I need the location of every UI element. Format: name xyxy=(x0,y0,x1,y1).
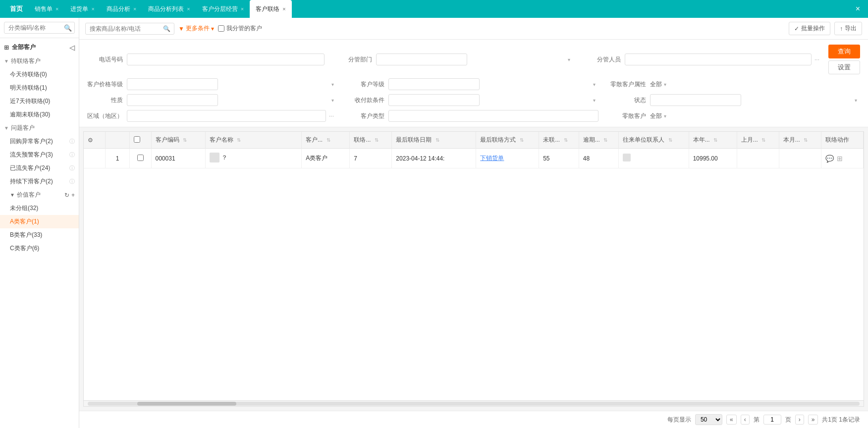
sidebar-item-churn-warning[interactable]: 流失预警客户(3) ⓘ xyxy=(0,148,79,161)
sidebar-item-overdue[interactable]: 逾期未联络(30) xyxy=(0,108,79,121)
sidebar-item-tomorrow[interactable]: 明天待联络(1) xyxy=(0,81,79,95)
region-more-icon[interactable]: ··· xyxy=(326,110,337,121)
col-header-year[interactable]: 本年... ⇅ xyxy=(689,132,737,149)
tab-sales[interactable]: 销售单 × xyxy=(29,0,64,18)
page-number-input[interactable] xyxy=(763,415,781,425)
tab-purchase[interactable]: 进货单 × xyxy=(64,0,100,18)
horizontal-scrollbar[interactable] xyxy=(84,400,864,406)
filter-search-input[interactable] xyxy=(85,23,174,35)
sidebar-item-class-c[interactable]: C类客户(6) xyxy=(0,242,79,255)
filter-input-staff[interactable] xyxy=(625,54,812,65)
filter-search-wrapper: 🔍 xyxy=(85,23,174,35)
sidebar-item-class-a[interactable]: A类客户(1) xyxy=(0,215,79,228)
info-abnormal-icon: ⓘ xyxy=(69,138,75,145)
row-uncontacted-cell: 55 xyxy=(539,149,579,168)
filter-more-chevron-icon: ▾ xyxy=(211,25,214,32)
my-customers-checkbox[interactable] xyxy=(218,25,224,32)
next-page-button[interactable]: › xyxy=(795,415,804,425)
col-header-last-method[interactable]: 最后联络方式 ⇅ xyxy=(476,132,539,149)
col-header-gear[interactable]: ⚙ xyxy=(84,132,106,149)
filter-my-customers[interactable]: 我分管的客户 xyxy=(218,24,262,33)
sidebar-section-pending[interactable]: ▼ 待联络客户 xyxy=(0,54,79,68)
select-all-checkbox[interactable] xyxy=(134,136,140,143)
filter-input-payment[interactable] xyxy=(388,94,480,106)
value-add-icon[interactable]: + xyxy=(71,192,75,199)
per-page-select[interactable]: 50 20 100 xyxy=(695,414,722,425)
row-link-icon[interactable]: ⊞ xyxy=(837,155,843,162)
page-label: 第 xyxy=(754,416,760,424)
sidebar-item-unclassified[interactable]: 未分组(32) xyxy=(0,202,79,215)
filter-input-price-level[interactable] xyxy=(127,78,218,90)
table-scroll[interactable]: ⚙ 客户编码 ⇅ 客户名称 xyxy=(84,132,864,400)
settings-button[interactable]: 设置 xyxy=(828,60,860,74)
search-button[interactable]: 查询 xyxy=(828,45,860,58)
tab-analysis-list[interactable]: 商品分析列表 × xyxy=(142,0,196,18)
filter-input-department[interactable] xyxy=(376,54,467,65)
last-method-link[interactable]: 下销货单 xyxy=(480,155,504,161)
row-message-icon[interactable]: 💬 xyxy=(825,155,834,162)
col-header-this-month[interactable]: 本月... ⇅ xyxy=(779,132,821,149)
tab-customer-tier[interactable]: 客户分层经营 × xyxy=(196,0,250,18)
filter-field-customer-level: 客户等级 ▾ xyxy=(349,78,598,90)
app-close-button[interactable]: × xyxy=(852,2,864,15)
row-method-cell[interactable]: 下销货单 xyxy=(476,149,539,168)
filter-input-status[interactable] xyxy=(650,94,741,106)
info-churn-icon: ⓘ xyxy=(69,151,75,159)
close-customer-contact-icon[interactable]: × xyxy=(282,6,285,12)
tab-analysis[interactable]: 商品分析 × xyxy=(101,0,142,18)
sidebar-item-class-b[interactable]: B类客户(33) xyxy=(0,228,79,242)
content-area: 🔍 ▼ 更多条件 ▾ 我分管的客户 ✓ 批量操作 ↑ 导出 xyxy=(79,18,868,428)
col-header-contact[interactable]: 联络... ⇅ xyxy=(350,132,392,149)
filter-input-customer-type[interactable] xyxy=(388,110,598,122)
row-checkbox[interactable] xyxy=(137,155,144,161)
filter-input-region[interactable] xyxy=(127,110,326,122)
filter-input-customer-level[interactable] xyxy=(388,78,480,90)
close-analysis-icon[interactable]: × xyxy=(133,6,136,12)
sidebar-all-customers[interactable]: ⊞ 全部客户 ◁ xyxy=(0,40,79,54)
filter-more-conditions[interactable]: ▼ 更多条件 ▾ xyxy=(178,24,214,33)
last-page-button[interactable]: » xyxy=(808,415,818,425)
this-month-sort-icon: ⇅ xyxy=(804,137,808,143)
scrollbar-thumb[interactable] xyxy=(137,402,236,406)
sidebar-item-today[interactable]: 今天待联络(0) xyxy=(0,68,79,81)
close-purchase-icon[interactable]: × xyxy=(91,6,94,12)
filter-field-staff: 分管人员 ··· xyxy=(585,54,822,65)
filter-field-retail-attr: 零散客户属性 全部 ▾ xyxy=(610,80,860,89)
batch-operation-button[interactable]: ✓ 批量操作 xyxy=(789,22,830,35)
col-header-unit-contact[interactable]: 往来单位联系人 ⇅ xyxy=(619,132,689,149)
table-header-row: ⚙ 客户编码 ⇅ 客户名称 xyxy=(84,132,864,149)
col-header-last-date[interactable]: 最后联络日期 ⇅ xyxy=(392,132,476,149)
col-header-name[interactable]: 客户名称 ⇅ xyxy=(205,132,301,149)
export-button[interactable]: ↑ 导出 xyxy=(834,22,862,35)
col-header-uncontacted[interactable]: 未联... ⇅ xyxy=(539,132,579,149)
col-header-check[interactable] xyxy=(129,132,151,149)
sidebar-section-problem[interactable]: ▼ 问题客户 xyxy=(0,121,79,135)
row-gear-cell xyxy=(84,149,106,168)
row-check-cell[interactable] xyxy=(129,149,151,168)
prev-page-button[interactable]: ‹ xyxy=(741,415,750,425)
filter-field-department: 分管部门 ▾ xyxy=(336,54,574,65)
col-header-overdue[interactable]: 逾期... ⇅ xyxy=(579,132,619,149)
sidebar-item-declining[interactable]: 持续下滑客户(2) ⓘ xyxy=(0,175,79,188)
sidebar-collapse-icon[interactable]: ◁ xyxy=(69,44,75,52)
filter-field-nature: 性质 ▾ xyxy=(87,94,337,106)
gear-icon[interactable]: ⚙ xyxy=(88,137,93,144)
close-customer-tier-icon[interactable]: × xyxy=(241,6,244,12)
close-sales-icon[interactable]: × xyxy=(55,6,58,12)
sidebar-item-abnormal[interactable]: 回购异常客户(2) ⓘ xyxy=(0,135,79,148)
scrollbar-track[interactable] xyxy=(88,402,860,406)
tab-home[interactable]: 首页 xyxy=(4,0,29,18)
filter-input-phone[interactable] xyxy=(127,54,325,65)
staff-more-icon[interactable]: ··· xyxy=(812,54,822,65)
close-analysis-list-icon[interactable]: × xyxy=(187,6,190,12)
sidebar-section-value[interactable]: ▼ 价值客户 ↻ + xyxy=(0,188,79,202)
filter-input-nature[interactable] xyxy=(127,94,218,106)
col-header-code[interactable]: 客户编码 ⇅ xyxy=(151,132,205,149)
sidebar-item-churned[interactable]: 已流失客户(24) ⓘ xyxy=(0,161,79,175)
tab-customer-contact[interactable]: 客户联络 × xyxy=(250,0,291,18)
first-page-button[interactable]: « xyxy=(726,415,737,425)
col-header-type[interactable]: 客户... ⇅ xyxy=(302,132,350,149)
sidebar-item-7days[interactable]: 近7天待联络(0) xyxy=(0,95,79,108)
col-header-last-month[interactable]: 上月... ⇅ xyxy=(737,132,779,149)
value-refresh-icon[interactable]: ↻ xyxy=(64,192,69,199)
